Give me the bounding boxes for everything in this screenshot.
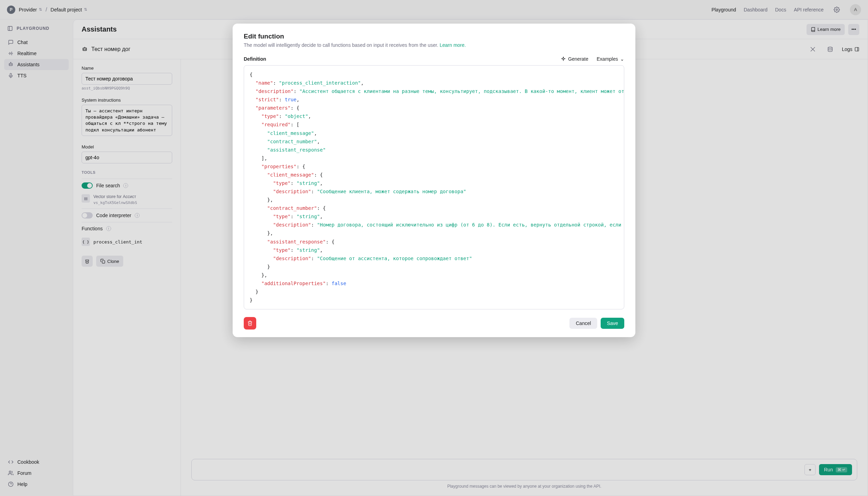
save-button[interactable]: Save bbox=[601, 318, 624, 329]
cancel-button[interactable]: Cancel bbox=[569, 318, 597, 329]
definition-editor[interactable]: { "name": "process_client_interaction", … bbox=[244, 65, 624, 309]
examples-label: Examples bbox=[597, 56, 618, 62]
learn-more-link[interactable]: Learn more. bbox=[440, 42, 466, 48]
examples-button[interactable]: Examples ⌄ bbox=[597, 56, 624, 62]
modal-title: Edit function bbox=[244, 33, 624, 40]
sparkle-icon bbox=[561, 57, 566, 62]
modal-overlay[interactable]: Edit function The model will intelligent… bbox=[0, 0, 868, 496]
chevron-down-icon: ⌄ bbox=[620, 56, 624, 62]
edit-function-modal: Edit function The model will intelligent… bbox=[233, 24, 635, 337]
generate-button[interactable]: Generate bbox=[561, 56, 588, 62]
delete-function-button[interactable] bbox=[244, 317, 256, 330]
trash-icon bbox=[247, 320, 253, 326]
generate-label: Generate bbox=[568, 56, 588, 62]
modal-description: The model will intelligently decide to c… bbox=[244, 42, 624, 48]
definition-label: Definition bbox=[244, 56, 266, 62]
